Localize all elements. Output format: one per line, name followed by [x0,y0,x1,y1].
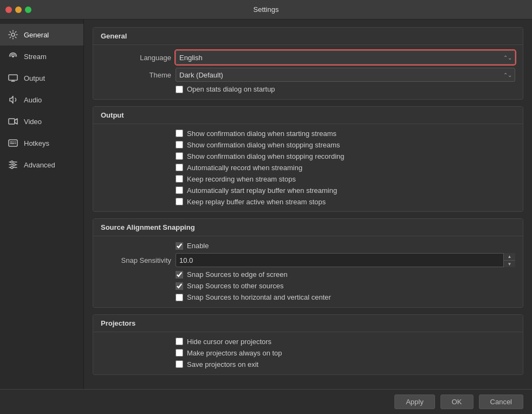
keep-recording-checkbox[interactable] [176,175,183,183]
language-select[interactable]: English [176,50,515,64]
confirm-stop-rec-checkbox[interactable] [176,152,183,160]
always-top-row: Make projectors always on top [101,349,515,357]
sidebar-item-general[interactable]: General [0,24,83,46]
sidebar-label-hotkeys: Hotkeys [24,139,49,147]
hotkeys-icon [8,138,18,148]
snapping-section-body: Enable Snap Sensitivity ▲ ▼ Snap Sources… [93,236,523,308]
theme-select-wrapper[interactable]: Dark (Default) [176,68,515,82]
maximize-button[interactable] [25,7,31,13]
auto-replay-checkbox[interactable] [176,186,183,194]
projectors-section-body: Hide cursor over projectors Make project… [93,332,523,375]
output-checkbox-row-6: Keep replay buffer active when stream st… [101,198,515,206]
sidebar: General Stream Output [0,20,84,389]
snap-edge-checkbox[interactable] [176,271,183,279]
snap-edge-row: Snap Sources to edge of screen [101,270,515,279]
svg-rect-2 [9,75,17,80]
sidebar-item-video[interactable]: Video [0,111,83,132]
language-label: Language [101,54,171,62]
output-section-header: Output [93,107,523,124]
sidebar-label-advanced: Advanced [24,161,55,169]
snapping-section-header: Source Alignment Snapping [93,219,523,236]
snapping-section: Source Alignment Snapping Enable Snap Se… [93,218,523,308]
theme-label: Theme [101,71,171,79]
svg-rect-4 [9,140,17,146]
auto-record-label: Automatically record when streaming [187,164,302,172]
output-section-body: Show confirmation dialog when starting s… [93,124,523,212]
output-checkbox-row-4: Keep recording when stream stops [101,175,515,183]
output-checkbox-row-5: Automatically start replay buffer when s… [101,186,515,195]
confirm-start-checkbox[interactable] [176,130,183,137]
title-bar: Settings [0,0,532,20]
always-top-label: Make projectors always on top [187,349,282,357]
sidebar-item-audio[interactable]: Audio [0,89,83,111]
language-select-wrapper[interactable]: English [176,50,515,64]
sidebar-label-output: Output [24,74,45,82]
sidebar-item-advanced[interactable]: Advanced [0,154,83,176]
spinbox-arrows: ▲ ▼ [503,253,515,267]
sensitivity-input[interactable] [176,253,515,267]
stream-icon [8,51,18,62]
output-icon [8,73,18,83]
cancel-button[interactable]: Cancel [479,394,523,409]
open-stats-label: Open stats dialog on startup [187,85,275,93]
projectors-section-header: Projectors [93,315,523,332]
svg-point-6 [13,164,15,166]
projectors-section: Projectors Hide cursor over projectors M… [93,314,523,375]
hide-cursor-label: Hide cursor over projectors [187,338,271,346]
sidebar-item-stream[interactable]: Stream [0,46,83,67]
traffic-lights [5,7,31,13]
apply-button[interactable]: Apply [394,394,435,409]
snap-center-row: Snap Sources to horizontal and vertical … [101,293,515,301]
snap-sources-label: Snap Sources to other sources [187,282,284,290]
svg-rect-3 [9,119,15,124]
minimize-button[interactable] [15,7,22,13]
hide-cursor-checkbox[interactable] [176,338,183,345]
output-section: Output Show confirmation dialog when sta… [93,106,523,212]
snap-sources-row: Snap Sources to other sources [101,282,515,290]
sidebar-label-video: Video [24,118,42,126]
language-row: Language English [101,50,515,64]
open-stats-row: Open stats dialog on startup [101,85,515,93]
snap-edge-label: Snap Sources to edge of screen [187,270,288,279]
open-stats-checkbox[interactable] [176,86,183,93]
save-exit-checkbox[interactable] [176,360,183,368]
keep-replay-checkbox[interactable] [176,198,183,205]
hide-cursor-row: Hide cursor over projectors [101,338,515,346]
sidebar-label-audio: Audio [24,96,42,104]
close-button[interactable] [5,7,12,13]
spinbox-down[interactable]: ▼ [504,261,515,268]
enable-snap-checkbox[interactable] [176,242,183,250]
ok-button[interactable]: OK [440,394,473,409]
sensitivity-spinbox[interactable]: ▲ ▼ [176,253,515,267]
keep-replay-label: Keep replay buffer active when stream st… [187,198,326,206]
sidebar-item-output[interactable]: Output [0,67,83,89]
window-title: Settings [254,5,279,14]
enable-snap-label: Enable [187,242,209,250]
keep-recording-label: Keep recording when stream stops [187,175,296,183]
output-checkbox-row-1: Show confirmation dialog when stopping s… [101,141,515,149]
video-icon [8,116,18,127]
general-icon [8,29,18,40]
spinbox-up[interactable]: ▲ [504,253,515,261]
output-checkbox-row-2: Show confirmation dialog when stopping r… [101,152,515,160]
sidebar-item-hotkeys[interactable]: Hotkeys [0,132,83,154]
sensitivity-label: Snap Sensitivity [101,256,171,264]
confirm-stop-label: Show confirmation dialog when stopping s… [187,141,340,149]
svg-point-0 [11,33,15,36]
svg-point-7 [11,166,13,169]
bottom-bar: Apply OK Cancel [0,389,532,414]
snap-sources-checkbox[interactable] [176,282,183,290]
svg-point-1 [12,55,14,57]
confirm-start-label: Show confirmation dialog when starting s… [187,130,336,138]
confirm-stop-rec-label: Show confirmation dialog when stopping r… [187,152,345,160]
always-top-checkbox[interactable] [176,349,183,357]
theme-select[interactable]: Dark (Default) [176,68,515,82]
general-section-header: General [93,28,523,45]
advanced-icon [8,159,18,170]
enable-snap-row: Enable [101,242,515,250]
save-exit-label: Save projectors on exit [187,360,258,368]
snap-center-checkbox[interactable] [176,294,183,301]
confirm-stop-checkbox[interactable] [176,141,183,148]
sidebar-label-stream: Stream [24,53,47,61]
auto-record-checkbox[interactable] [176,164,183,171]
